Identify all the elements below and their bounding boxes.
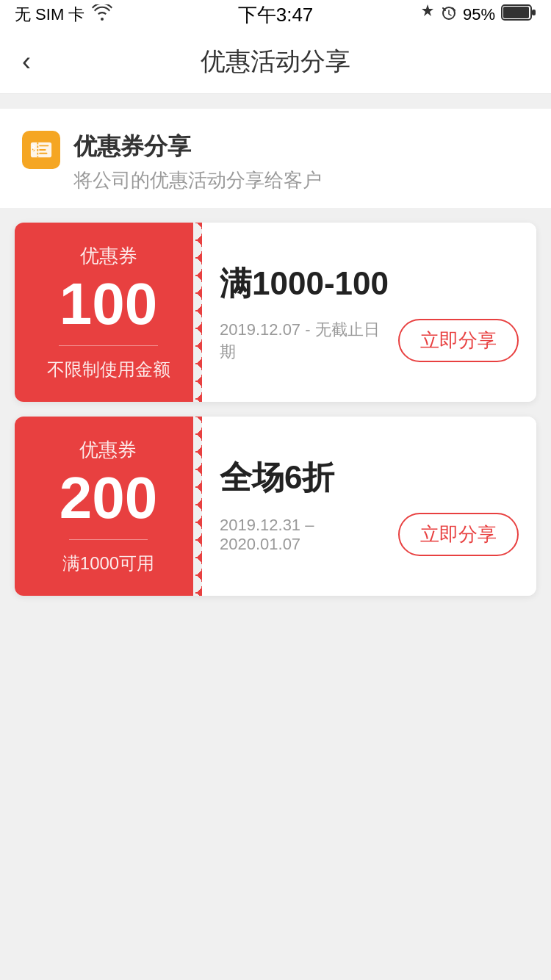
status-time: 下午3:47 [238, 2, 314, 28]
coupon-condition-2: 满1000可用 [62, 552, 154, 575]
coupon-body-2: 全场6折 2019.12.31 – 2020.01.07 立即分享 [202, 417, 536, 596]
share-button-2[interactable]: 立即分享 [398, 513, 519, 556]
coupon-date-2: 2019.12.31 – 2020.01.07 [220, 516, 391, 554]
alarm-icon [441, 4, 457, 25]
section-text-block: 优惠券分享 将公司的优惠活动分享给客户 [73, 131, 322, 193]
separator-top [0, 94, 551, 109]
battery-text: 95% [463, 5, 495, 24]
carrier-text: 无 SIM 卡 [15, 4, 84, 26]
coupon-title-2: 全场6折 [220, 456, 519, 500]
coupon-stub-2: 优惠券 200 满1000可用 [15, 417, 202, 596]
status-bar: 无 SIM 卡 下午3:47 95% [0, 0, 551, 29]
coupon-stub-1: 优惠券 100 不限制使用金额 [15, 223, 202, 402]
coupon-card-1: 优惠券 100 不限制使用金额 满1000-100 2019.12.07 - 无… [15, 223, 536, 402]
section-icon [22, 131, 60, 169]
coupon-date-1: 2019.12.07 - 无截止日期 [220, 319, 391, 363]
svg-rect-3 [532, 10, 536, 15]
battery-icon [501, 4, 536, 26]
location-icon [420, 4, 435, 25]
status-left: 无 SIM 卡 [15, 4, 112, 26]
nav-title: 优惠活动分享 [201, 45, 350, 79]
share-button-1[interactable]: 立即分享 [398, 319, 519, 362]
coupon-card-2: 优惠券 200 满1000可用 全场6折 2019.12.31 – 2020.0… [15, 417, 536, 596]
coupon-list: 优惠券 100 不限制使用金额 满1000-100 2019.12.07 - 无… [0, 208, 551, 610]
status-right: 95% [420, 4, 536, 26]
wifi-icon [92, 4, 112, 25]
nav-bar: ‹ 优惠活动分享 [0, 29, 551, 94]
coupon-condition-1: 不限制使用金额 [47, 358, 170, 381]
coupon-divider-2 [69, 539, 148, 540]
coupon-type-2: 优惠券 [79, 437, 137, 463]
coupon-type-1: 优惠券 [80, 243, 137, 269]
coupon-divider-1 [59, 345, 157, 346]
coupon-title-1: 满1000-100 [220, 262, 519, 306]
coupon-value-2: 200 [60, 469, 157, 527]
coupon-body-1: 满1000-100 2019.12.07 - 无截止日期 立即分享 [202, 223, 536, 402]
coupon-value-1: 100 [60, 275, 157, 334]
back-button[interactable]: ‹ [22, 46, 31, 77]
section-title: 优惠券分享 [73, 131, 322, 163]
coupon-bottom-row-2: 2019.12.31 – 2020.01.07 立即分享 [220, 513, 519, 556]
svg-rect-2 [503, 7, 529, 18]
empty-area [0, 610, 551, 978]
section-header: 优惠券分享 将公司的优惠活动分享给客户 [0, 109, 551, 208]
section-subtitle: 将公司的优惠活动分享给客户 [73, 167, 322, 193]
coupon-bottom-row-1: 2019.12.07 - 无截止日期 立即分享 [220, 319, 519, 363]
